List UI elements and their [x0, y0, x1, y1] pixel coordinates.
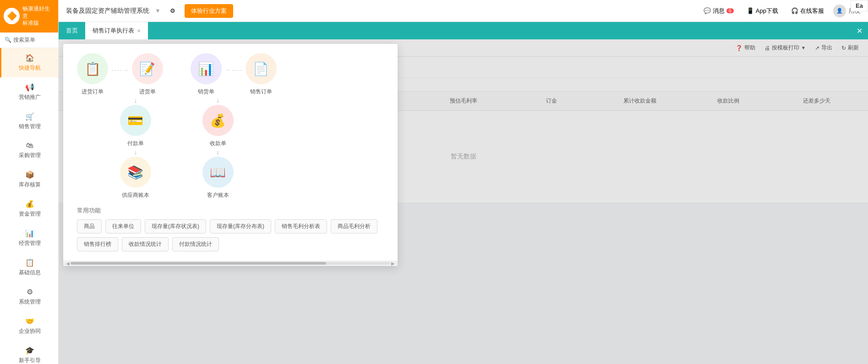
cf-btn-7[interactable]: 收款情况统计 — [122, 237, 169, 251]
sidebar-item-finance[interactable]: 💰 资金管理 — [0, 194, 58, 223]
sales-bill-icon: 📊 — [191, 53, 222, 84]
system-title: 装备及固定资产辅助管理系统 — [66, 7, 149, 15]
cf-btn-4[interactable]: 销售毛利分析表 — [275, 219, 327, 234]
quick-nav-modal: 📋 进货订单 - - - - → 📝 — [63, 44, 398, 266]
tab-sales-order-exec[interactable]: 销售订单执行表 ✕ — [85, 22, 148, 39]
message-badge: 6 — [726, 8, 734, 13]
common-functions-title: 常用功能 — [77, 206, 384, 215]
modal-scrollbar: ◀ ▶ — [63, 261, 398, 266]
purchase-order-icon: 📋 — [77, 53, 108, 84]
arrow-down1: ↓ — [134, 97, 137, 104]
scrollbar-track[interactable] — [71, 262, 390, 265]
content-area: ❓ 帮助 🖨 按模板打印 ▼ ↗ 导出 ↻ 刷新 — [59, 39, 868, 364]
sidebar-item-enterprise[interactable]: 🤝 企业协同 — [0, 311, 58, 341]
settings-button[interactable]: ⚙ — [166, 5, 179, 16]
online-service-button[interactable]: 🎧 在线客服 — [787, 5, 828, 17]
arrow-down4: ↓ — [216, 148, 219, 156]
graduation-icon: 🎓 — [25, 346, 34, 355]
flow-payment-bill[interactable]: 💳 付款单 — [120, 105, 151, 147]
sidebar: 🔶 畅康通好生意 标准版 🔍 搜索菜单 🏠 快捷导航 📢 营销推广 🛒 销售管理 — [0, 0, 59, 364]
sidebar-search[interactable]: 🔍 搜索菜单 — [0, 33, 58, 48]
main-area: 装备及固定资产辅助管理系统 ▼ ⚙ 体验行业方案 💬 消息 6 📱 App下载 … — [59, 0, 868, 364]
sidebar-item-system[interactable]: ⚙ 系统管理 — [0, 282, 58, 311]
tabbar-close-button[interactable]: ✕ — [857, 27, 863, 35]
tab-home[interactable]: 首页 — [59, 22, 85, 39]
receipt-bill-icon: 💰 — [202, 105, 234, 136]
cf-btn-6[interactable]: 销售排行榜 — [77, 237, 118, 251]
cf-btn-3[interactable]: 现存量(库存分布表) — [210, 219, 271, 234]
flow-customer-ledger[interactable]: 📖 客户账本 — [202, 157, 234, 199]
scroll-left-arrow[interactable]: ◀ — [65, 261, 71, 266]
download-icon: 📱 — [747, 7, 754, 14]
gear-icon: ⚙ — [27, 288, 33, 296]
tab-close-icon[interactable]: ✕ — [137, 28, 141, 33]
service-icon: 🎧 — [791, 7, 798, 14]
sidebar-item-purchase[interactable]: 🛍 采购管理 — [0, 136, 58, 165]
box-icon: 📦 — [25, 170, 34, 179]
common-functions-buttons-row2: 销售排行榜 收款情况统计 付款情况统计 — [77, 237, 384, 251]
modal-overlay: 📋 进货订单 - - - - → 📝 — [59, 39, 868, 364]
cf-btn-0[interactable]: 商品 — [77, 219, 102, 234]
sales-order-icon: 📄 — [246, 53, 277, 84]
modal-content: 📋 进货订单 - - - - → 📝 — [63, 44, 398, 261]
scrollbar-thumb — [71, 262, 326, 265]
handshake-icon: 🤝 — [25, 317, 34, 326]
arrow-right-dashed1: - - - - → — [112, 66, 128, 82]
chart-icon: 📊 — [25, 229, 34, 238]
sidebar-item-marketing[interactable]: 📢 营销推广 — [0, 77, 58, 107]
arrow-left-dashed1: ← - - - - — [225, 66, 242, 82]
top-right-label: Ea — [851, 0, 868, 11]
cf-btn-5[interactable]: 商品毛利分析 — [331, 219, 377, 234]
search-icon: 🔍 — [5, 37, 11, 43]
flow-purchase-bill[interactable]: 📝 进货单 — [132, 53, 163, 96]
purchase-bill-icon: 📝 — [132, 53, 163, 84]
flow-purchase-order[interactable]: 📋 进货订单 — [77, 53, 108, 96]
dropdown-icon[interactable]: ▼ — [155, 7, 161, 14]
cf-btn-8[interactable]: 付款情况统计 — [172, 237, 219, 251]
sidebar-logo[interactable]: 🔶 畅康通好生意 标准版 — [0, 0, 58, 33]
scroll-right-arrow[interactable]: ▶ — [390, 261, 396, 266]
cart-icon: 🛒 — [25, 112, 34, 121]
trial-button[interactable]: 体验行业方案 — [185, 4, 233, 18]
flow-receipt-bill[interactable]: 💰 收款单 — [202, 105, 234, 147]
arrow-down3: ↓ — [134, 148, 137, 156]
supplier-ledger-icon: 📚 — [120, 157, 151, 188]
message-icon: 💬 — [704, 7, 711, 14]
tabbar: 首页 销售订单执行表 ✕ ✕ — [59, 22, 868, 39]
logo-icon: 🔶 — [4, 8, 20, 24]
payment-bill-icon: 💳 — [120, 105, 151, 136]
logo-text: 畅康通好生意 标准版 — [22, 5, 55, 27]
sidebar-item-quick-nav[interactable]: 🏠 快捷导航 — [0, 48, 58, 77]
customer-ledger-icon: 📖 — [202, 157, 234, 188]
sidebar-item-inventory[interactable]: 📦 库存核算 — [0, 165, 58, 194]
clipboard-icon: 📋 — [25, 258, 34, 267]
topbar: 装备及固定资产辅助管理系统 ▼ ⚙ 体验行业方案 💬 消息 6 📱 App下载 … — [59, 0, 868, 22]
cf-btn-2[interactable]: 现存量(库存状况表) — [145, 219, 206, 234]
message-button[interactable]: 💬 消息 6 — [700, 5, 737, 17]
sidebar-item-operations[interactable]: 📊 经营管理 — [0, 223, 58, 253]
money-icon: 💰 — [25, 200, 34, 208]
common-functions-buttons: 商品 往来单位 现存量(库存状况表) 现存量(库存分布表) 销售毛利分析表 商品… — [77, 219, 384, 234]
logo-symbol: 🔶 — [7, 11, 17, 21]
settings-icon: ⚙ — [170, 7, 175, 14]
megaphone-icon: 📢 — [25, 83, 34, 92]
cf-btn-1[interactable]: 往来单位 — [105, 219, 141, 234]
common-functions: 常用功能 商品 往来单位 现存量(库存状况表) 现存量(库存分布表) 销售毛利分… — [77, 206, 384, 251]
app-download-button[interactable]: 📱 App下载 — [743, 5, 782, 17]
sidebar-item-base-info[interactable]: 📋 基础信息 — [0, 253, 58, 282]
sidebar-nav: 🏠 快捷导航 📢 营销推广 🛒 销售管理 🛍 采购管理 📦 库存核算 💰 — [0, 48, 58, 364]
sidebar-item-sales[interactable]: 🛒 销售管理 — [0, 107, 58, 136]
flow-sales-order[interactable]: 📄 销售订单 — [246, 53, 277, 96]
flow-supplier-ledger[interactable]: 📚 供应商账本 — [120, 157, 151, 199]
home-icon: 🏠 — [25, 54, 34, 62]
bag-icon: 🛍 — [26, 141, 33, 150]
sidebar-item-newbie[interactable]: 🎓 新手引导 — [0, 341, 58, 364]
arrow-down2: ↓ — [216, 97, 219, 104]
flow-sales-bill[interactable]: 📊 销货单 — [191, 53, 222, 96]
avatar: 👤 — [833, 5, 846, 17]
